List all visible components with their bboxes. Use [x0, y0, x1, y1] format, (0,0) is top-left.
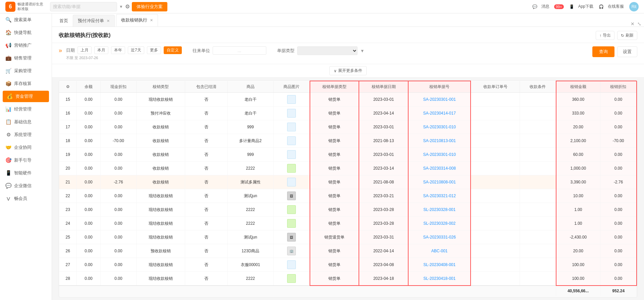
sidebar-item-marketing[interactable]: 📢 营销推广: [0, 39, 52, 52]
messages-group[interactable]: 💬 消息 99+: [532, 4, 564, 9]
doc-no-link[interactable]: SA-20230301-001: [423, 97, 455, 102]
cell-cash-discount: 0.00: [100, 106, 137, 120]
table-row: 17 0.00 0.00 收款核销 否 999 销货单 2023-03-01 S…: [59, 120, 637, 134]
cell-cash-discount: 0.00: [100, 203, 137, 217]
doc-no-link[interactable]: SL-20230408-001: [423, 262, 455, 267]
search-box[interactable]: 搜索功能/单据: [50, 2, 117, 11]
sidebar-item-purchase[interactable]: 🛒 采购管理: [0, 65, 52, 77]
cell-balance: 0.00: [77, 258, 100, 272]
expand-window-icon[interactable]: ⤡: [637, 21, 641, 27]
dropdown-icon[interactable]: ▼: [119, 4, 123, 9]
sidebar-item-basic-info[interactable]: 📋 基础信息: [0, 116, 52, 128]
message-badge: 99+: [554, 4, 564, 9]
voucher-type-select[interactable]: [297, 46, 358, 55]
sidebar-item-enterprise[interactable]: 🤝 企业协同: [0, 141, 52, 154]
page-header: 收款核销执行(按收款) ↑ 导出 ↻ 刷新: [52, 27, 644, 43]
table-container[interactable]: ⚙ 余额 现金折扣 核销类型 包含已结清 商品 商品图片 核销单据类型 核销单据…: [59, 80, 637, 297]
query-btn[interactable]: 查询: [592, 46, 614, 57]
tab-1-close[interactable]: ✕: [107, 19, 110, 23]
headset-icon: 🎧: [599, 4, 604, 9]
voucher-type-filter: 单据类型 ▼: [277, 46, 365, 55]
table-row: 20 0.00 0.00 收款核销 否 2222 销货单 2023-03-14 …: [59, 162, 637, 175]
doc-no-link[interactable]: SA-20230314-008: [423, 166, 455, 171]
cell-discount: 0.00: [600, 217, 637, 230]
doc-no-link[interactable]: SA-20230301-010: [423, 125, 455, 129]
table-header: ⚙ 余额 现金折扣 核销类型 包含已结清 商品 商品图片 核销单据类型 核销单据…: [59, 81, 637, 93]
th-goods-img: 商品图片: [273, 81, 310, 93]
cell-id: 22: [59, 189, 77, 203]
sidebar-item-finance[interactable]: 💰 资金管理: [3, 91, 49, 102]
doc-no-link[interactable]: SL-20230328-001: [423, 207, 455, 212]
last-month-btn[interactable]: 上月: [77, 46, 92, 54]
sidebar-icon-search: 🔍: [5, 17, 11, 23]
cell-doc-no: SA-20230314-008: [408, 162, 471, 175]
date-label: 日期: [66, 47, 75, 53]
cell-doc-type: 销货单: [310, 106, 359, 120]
cell-goods-img: [273, 93, 310, 106]
sidebar-item-search[interactable]: 🔍 搜索菜单: [0, 13, 52, 26]
sidebar-item-newbie[interactable]: 🎯 新手引导: [0, 154, 52, 167]
cell-balance: 0.00: [77, 148, 100, 162]
sidebar-icon-operations: 📊: [5, 106, 11, 112]
sidebar-item-wechat[interactable]: 💬 企业微信: [0, 179, 52, 192]
custom-btn[interactable]: 自定义: [164, 46, 182, 54]
online-service-group[interactable]: 🎧 在线客服: [599, 4, 624, 9]
doc-no-link[interactable]: SA-20230414-017: [423, 111, 455, 116]
tab-1[interactable]: 预付冲应付单 ✕: [73, 15, 115, 27]
this-year-btn[interactable]: 本年: [111, 46, 125, 54]
table-row: 16 0.00 0.00 预付冲应收 否 老白干 销货单 2023-04-14 …: [59, 106, 637, 120]
sidebar-item-operations[interactable]: 📊 经营管理: [0, 103, 52, 116]
doc-no-link[interactable]: SL-20230328-002: [423, 221, 455, 226]
page-actions: ↑ 导出 ↻ 刷新: [596, 31, 637, 40]
cell-balance: 0.00: [77, 203, 100, 217]
cell-balance: 0.00: [77, 217, 100, 230]
sidebar-item-sales[interactable]: 💼 销售管理: [0, 52, 52, 65]
doc-no-link[interactable]: SA-20230331-026: [423, 235, 455, 240]
sidebar-item-inventory[interactable]: 📦 库存核算: [0, 77, 52, 90]
tab-2[interactable]: 收款核销执行 ✕: [116, 14, 158, 27]
doc-no-link[interactable]: SA-20230321-012: [423, 194, 455, 198]
cell-doc-date: 2023-03-31: [359, 230, 408, 244]
doc-no-link[interactable]: SA-20230301-010: [423, 152, 455, 157]
tab-home[interactable]: 首页: [55, 15, 73, 27]
cell-doc-date: 2023-03-21: [359, 189, 408, 203]
cell-cash-discount: 0.00: [100, 244, 137, 258]
app-download-group[interactable]: 📱 App下载: [569, 4, 593, 9]
tab-2-close[interactable]: ✕: [150, 18, 153, 23]
doc-no-link[interactable]: ABC-001: [431, 249, 448, 253]
cell-verify-type: 现结收款核销: [137, 272, 185, 286]
cell-discount: 0.00: [600, 258, 637, 272]
export-btn[interactable]: ↑ 导出: [596, 31, 614, 40]
counterparty-input[interactable]: ...: [213, 46, 266, 55]
doc-no-link[interactable]: SA-20210808-001: [423, 180, 455, 184]
close-window-icon[interactable]: ✕: [631, 21, 635, 27]
cell-goods: 测试多属性: [227, 175, 273, 189]
cell-receipt-cond: [520, 258, 556, 272]
th-discount: 核销折扣: [600, 81, 637, 93]
sidebar-icon-inventory: 📦: [5, 81, 11, 87]
cell-receipt-cond: [520, 244, 556, 258]
sidebar-item-member[interactable]: V 畅会员: [0, 192, 52, 205]
doc-no-link[interactable]: SL-20230418-001: [423, 276, 455, 281]
doc-no-link[interactable]: SA-20210813-001: [423, 138, 455, 143]
filter-settings-btn[interactable]: 设置: [617, 46, 637, 57]
user-avatar[interactable]: Rit: [629, 2, 639, 11]
last7-btn[interactable]: 近7天: [128, 46, 144, 54]
sidebar-item-quick-nav[interactable]: 🏠 快捷导航: [0, 26, 52, 39]
cell-doc-date: 2023-04-08: [359, 258, 408, 272]
settings-icon[interactable]: ⚙: [125, 3, 130, 10]
cell-goods-img: 🏢: [273, 244, 310, 258]
sidebar-item-system[interactable]: ⚙ 系统管理: [0, 128, 52, 141]
sidebar-item-smart-hw[interactable]: 📱 智能硬件: [0, 167, 52, 179]
content-area: 首页 预付冲应付单 ✕ 收款核销执行 ✕ ✕ ⤡ 收款核销执行(按收款): [52, 13, 644, 300]
cell-id: 15: [59, 93, 77, 106]
this-month-btn[interactable]: 本月: [94, 46, 108, 54]
industry-btn[interactable]: 体验行业方案: [132, 2, 167, 11]
refresh-btn[interactable]: ↻ 刷新: [617, 31, 637, 40]
sidebar-icon-newbie: 🎯: [5, 157, 11, 163]
cell-doc-type: 销货单: [310, 258, 359, 272]
footer-row: 40,556,66... 952.24: [59, 286, 637, 296]
expand-more-btn[interactable]: ∨ 展开更多条件: [329, 66, 367, 75]
more-btn[interactable]: 更多: [147, 46, 161, 54]
filter-toggle-btn[interactable]: »: [59, 47, 62, 54]
